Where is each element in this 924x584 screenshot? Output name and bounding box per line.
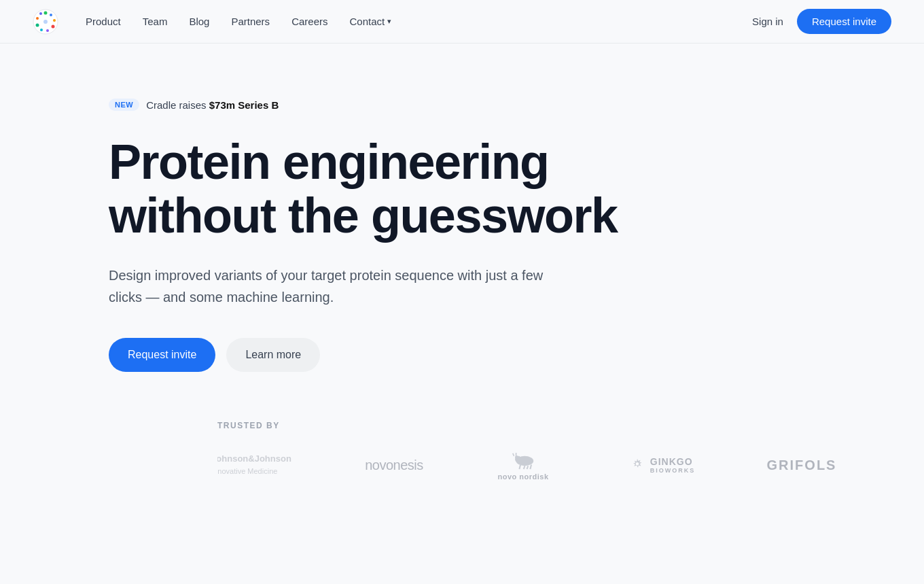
nav-product[interactable]: Product: [86, 16, 121, 27]
announcement-banner[interactable]: NEW Cradle raises $73m Series B: [109, 99, 279, 111]
svg-point-1: [44, 11, 48, 14]
novo-nordisk-logo: novo nordisk: [497, 449, 548, 481]
grifols-logo-text: GRIFOLS: [767, 458, 837, 473]
svg-point-5: [46, 29, 49, 32]
svg-line-14: [524, 466, 525, 470]
svg-point-3: [53, 19, 56, 22]
ginkgo-icon: [630, 458, 645, 473]
novonesis-logo-text: novonesis: [365, 458, 423, 473]
hero-subtitle: Design improved variants of your target …: [109, 264, 571, 308]
request-invite-button-hero[interactable]: Request invite: [109, 338, 215, 372]
navbar: Product Team Blog Partners Careers Conta…: [0, 0, 924, 44]
nav-partners[interactable]: Partners: [231, 16, 270, 27]
novo-nordisk-icon: [510, 449, 537, 470]
ginkgo-logo-text: GINKGOBIOWORKS: [650, 456, 696, 474]
svg-line-18: [513, 453, 514, 456]
logos-row: Johnson&JohnsonInnovative Medicine novon…: [217, 449, 859, 481]
logo[interactable]: [33, 9, 58, 35]
signin-link[interactable]: Sign in: [752, 16, 783, 27]
navbar-left: Product Team Blog Partners Careers Conta…: [33, 9, 391, 35]
svg-line-16: [530, 465, 531, 469]
learn-more-button[interactable]: Learn more: [226, 338, 320, 372]
logo-novo-nordisk: novo nordisk: [462, 449, 584, 481]
trusted-section: TRUSTED BY Johnson&JohnsonInnovative Med…: [109, 421, 891, 481]
svg-point-6: [40, 29, 43, 31]
jj-logo-text: Johnson&JohnsonInnovative Medicine: [217, 453, 291, 477]
hero-buttons: Request invite Learn more: [109, 338, 891, 372]
nav-careers[interactable]: Careers: [291, 16, 327, 27]
navbar-right: Sign in Request invite: [752, 9, 891, 34]
svg-point-7: [36, 23, 39, 27]
svg-line-13: [519, 465, 520, 469]
announcement-text: Cradle raises $73m Series B: [146, 99, 279, 111]
svg-line-15: [527, 466, 529, 470]
svg-point-17: [515, 456, 518, 459]
svg-point-2: [50, 14, 52, 16]
hero-title: Protein engineering without the guesswor…: [109, 135, 639, 243]
ginkgo-logo: GINKGOBIOWORKS: [630, 456, 696, 474]
request-invite-button-nav[interactable]: Request invite: [797, 9, 891, 34]
ginkgo-text-block: GINKGOBIOWORKS: [650, 456, 696, 474]
svg-point-9: [39, 12, 42, 15]
nav-team[interactable]: Team: [143, 16, 168, 27]
chevron-down-icon: ▾: [387, 17, 391, 26]
novo-nordisk-logo-text: novo nordisk: [497, 473, 548, 481]
nav-links: Product Team Blog Partners Careers Conta…: [86, 16, 391, 27]
hero-section: NEW Cradle raises $73m Series B Protein …: [0, 44, 924, 521]
logo-novonesis: novonesis: [326, 458, 462, 473]
nav-contact-label: Contact: [349, 16, 385, 27]
svg-point-10: [43, 20, 48, 24]
nav-blog[interactable]: Blog: [189, 16, 209, 27]
logo-grifols: GRIFOLS: [741, 458, 859, 473]
nav-contact[interactable]: Contact ▾: [349, 16, 391, 27]
svg-point-8: [36, 17, 39, 20]
trusted-label: TRUSTED BY: [217, 421, 859, 430]
logo-ginkgo: GINKGOBIOWORKS: [584, 456, 741, 474]
svg-point-20: [635, 462, 639, 466]
logo-icon: [33, 9, 58, 35]
logo-jj: Johnson&JohnsonInnovative Medicine: [217, 453, 326, 477]
svg-point-4: [52, 24, 55, 28]
new-badge: NEW: [109, 99, 139, 111]
